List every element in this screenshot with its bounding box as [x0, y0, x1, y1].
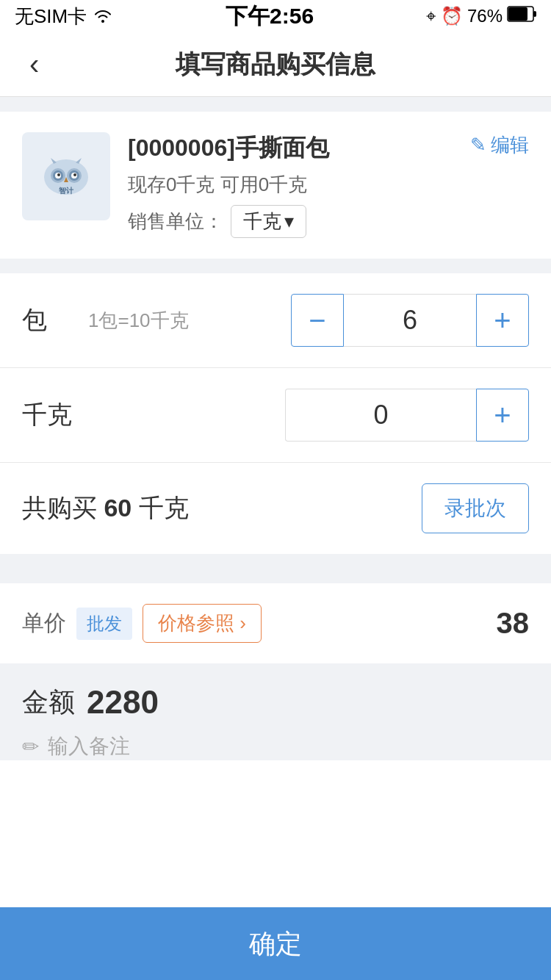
product-name: [0000006]手撕面包 — [128, 132, 529, 165]
kg-plus-button[interactable]: + — [476, 389, 529, 442]
status-left: 无SIM卡 — [15, 4, 113, 29]
kg-input[interactable] — [285, 389, 476, 442]
price-section: 单价 批发 价格参照 › 38 — [0, 583, 551, 663]
note-icon: ✏ — [22, 735, 39, 759]
product-card: 智计 [0000006]手撕面包 现存0千克 可用0千克 销售单位： 千克 ▾ … — [0, 112, 551, 259]
wifi-icon — [93, 5, 113, 28]
price-label: 单价 — [22, 608, 66, 638]
svg-rect-1 — [533, 11, 536, 17]
note-placeholder: 输入备注 — [48, 732, 130, 760]
edit-button[interactable]: ✎ 编辑 — [470, 132, 529, 158]
status-right: ⌖ ⏰ 76% — [426, 6, 536, 26]
pack-label: 包 — [22, 303, 81, 337]
kg-row: 千克 + — [0, 368, 551, 463]
input-section: 包 1包=10千克 − + 千克 + — [0, 273, 551, 463]
battery-icon — [507, 6, 536, 26]
svg-point-10 — [57, 173, 60, 176]
battery-text: 76% — [467, 6, 503, 26]
status-time: 下午2:56 — [226, 1, 314, 32]
page-title: 填写商品购买信息 — [176, 48, 375, 82]
edit-icon: ✎ — [470, 134, 486, 156]
status-bar: 无SIM卡 下午2:56 ⌖ ⏰ 76% — [0, 0, 551, 32]
confirm-bar[interactable]: 确定 — [0, 907, 551, 980]
unit-label: 销售单位： — [128, 209, 223, 234]
svg-text:智计: 智计 — [58, 187, 74, 195]
price-ref-button[interactable]: 价格参照 › — [143, 604, 262, 643]
amount-section: 金额 2280 ✏ 输入备注 — [0, 663, 551, 760]
carrier-text: 无SIM卡 — [15, 4, 87, 29]
pack-row: 包 1包=10千克 − + — [0, 273, 551, 368]
pack-minus-button[interactable]: − — [291, 294, 344, 347]
amount-row: 金额 2280 — [22, 684, 529, 721]
pack-controls: − + — [291, 294, 529, 347]
amount-label: 金额 — [22, 685, 75, 721]
product-logo: 智计 — [37, 147, 96, 206]
separator-1 — [0, 259, 551, 273]
location-icon: ⌖ — [426, 6, 436, 26]
total-row: 共购买 60 千克 录批次 — [0, 463, 551, 554]
back-button[interactable]: ‹ — [22, 40, 46, 88]
price-type-badge: 批发 — [76, 608, 132, 640]
nav-bar: ‹ 填写商品购买信息 — [0, 32, 551, 97]
unit-select[interactable]: 千克 ▾ — [231, 205, 306, 238]
svg-rect-2 — [508, 7, 527, 21]
separator-2 — [0, 554, 551, 569]
content-area — [0, 760, 551, 907]
pack-plus-button[interactable]: + — [476, 294, 529, 347]
kg-controls: + — [285, 389, 529, 442]
product-image: 智计 — [22, 132, 110, 220]
product-stock: 现存0千克 可用0千克 — [128, 172, 529, 198]
alarm-icon: ⏰ — [441, 6, 463, 26]
svg-point-11 — [73, 173, 76, 176]
pack-hint: 1包=10千克 — [88, 308, 189, 334]
note-row[interactable]: ✏ 输入备注 — [22, 732, 529, 760]
product-unit-row: 销售单位： 千克 ▾ — [128, 205, 529, 238]
amount-value: 2280 — [87, 684, 159, 721]
batch-button[interactable]: 录批次 — [422, 483, 529, 533]
pack-input[interactable] — [344, 294, 476, 347]
product-info: [0000006]手撕面包 现存0千克 可用0千克 销售单位： 千克 ▾ — [128, 132, 529, 238]
confirm-text: 确定 — [249, 926, 302, 962]
total-text: 共购买 60 千克 — [22, 491, 189, 525]
kg-label: 千克 — [22, 398, 81, 432]
price-value: 38 — [497, 607, 530, 640]
